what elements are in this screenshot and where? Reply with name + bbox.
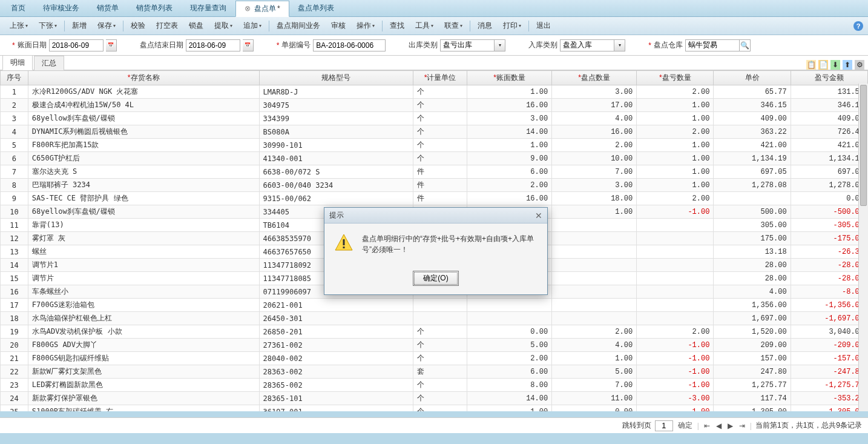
dialog-close-icon[interactable]: ✕ [535,211,542,220]
alert-dialog: 提示 ✕ 盘点单明细行中的“存货+批号+有效期+自由项+入库单号”必须唯一！ 确… [324,207,548,295]
dialog-ok-button[interactable]: 确定(O) [413,271,458,286]
svg-rect-2 [343,247,345,248]
dialog-titlebar[interactable]: 提示 ✕ [324,208,547,224]
svg-rect-1 [343,239,345,245]
modal-backdrop: 提示 ✕ 盘点单明细行中的“存货+批号+有效期+自由项+入库单号”必须唯一！ 确… [0,0,868,444]
dialog-title: 提示 [329,210,344,220]
dialog-message: 盘点单明细行中的“存货+批号+有效期+自由项+入库单号”必须唯一！ [362,233,538,255]
warning-icon [334,233,353,253]
